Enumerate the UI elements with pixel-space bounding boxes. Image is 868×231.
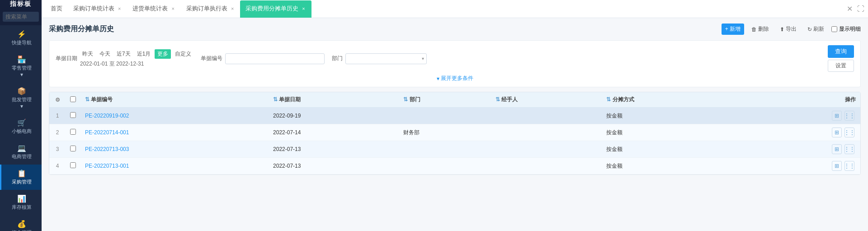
sidebar-search-input[interactable] [3,12,39,22]
date-btn-custom[interactable]: 自定义 [173,49,193,59]
sidebar-item-mini-shop[interactable]: 🛒 小畅电商 [0,114,42,139]
row-2-checkbox[interactable] [70,129,76,135]
retail-arrow: ▾ [20,71,23,78]
date-btn-yesterday[interactable]: 昨天 [80,49,95,59]
sidebar-item-purchase[interactable]: 📋 采购管理 [0,165,42,190]
th-bill-no-label: 单据编号 [91,96,113,103]
delete-label: 删除 [758,25,769,33]
show-cols-checkbox[interactable] [831,26,837,32]
td-bill-date-3: 2022-07-13 [269,141,399,158]
th-handler-label: 经手人 [501,96,518,103]
tab-purchase-expense-history-label: 采购费用分摊单历史 [245,5,298,13]
filter-area: 单据日期 昨天 今天 近7天 近1月 更多 自定义 2022-01-01 至 2… [49,40,861,87]
th-bill-date[interactable]: ⇅ 单据日期 [269,92,399,108]
chevron-down-icon: ▾ [437,75,439,82]
td-dept-1 [399,108,491,124]
td-settings-3: 3 [49,141,66,158]
th-bill-no[interactable]: ⇅ 单据编号 [80,92,269,108]
sidebar-item-inventory[interactable]: 📊 库存核算 [0,190,42,215]
refresh-button[interactable]: ↻ 刷新 [804,24,828,35]
more-btn-1[interactable]: ⋮⋮ [844,111,854,121]
dept-select[interactable]: 财务部 [345,53,427,64]
export-label: 导出 [786,25,797,33]
tab-purchase-expense-history[interactable]: 采购费用分摊单历史 × [240,0,311,18]
bill-no-input[interactable] [225,53,325,64]
date-quick-btns: 昨天 今天 近7天 近1月 更多 自定义 2022-01-01 至 2022-1… [80,49,193,68]
refresh-label: 刷新 [813,25,824,33]
td-handler-2 [491,124,602,141]
export-button[interactable]: ⬆ 导出 [776,24,800,35]
date-btn-1month[interactable]: 近1月 [135,49,153,59]
more-btn-2[interactable]: ⋮⋮ [844,127,854,137]
tab-purchase-order-exec-close[interactable]: × [230,6,235,11]
maximize-icon[interactable]: ⛶ [857,5,864,13]
more-btn-4[interactable]: ⋮⋮ [844,161,854,171]
th-settings[interactable]: ⚙ [49,92,66,108]
tab-purchase-order-stats-label: 采购订单统计表 [73,5,114,13]
sidebar-item-finance[interactable]: 💰 资金管理 [0,215,42,231]
bill-no-link-2[interactable]: PE-20220714-001 [85,129,129,136]
td-split-method-1: 按金额 [602,108,732,124]
close-all-icon[interactable]: ✕ [847,5,853,13]
tab-purchase-order-stats-close[interactable]: × [117,6,122,11]
wholesale-label: 批发管理 [1,96,42,103]
tab-stock-in-stats[interactable]: 进货单统计表 × [127,0,180,18]
view-btn-3[interactable]: ⊞ [832,144,842,154]
view-btn-2[interactable]: ⊞ [832,127,842,137]
finance-label: 资金管理 [1,229,42,231]
td-bill-date-2: 2022-07-14 [269,124,399,141]
row-4-checkbox[interactable] [70,162,76,168]
table-row: 1 PE-20220919-002 2022-09-19 按金额 ⊞ [49,108,860,124]
bill-no-link-3[interactable]: PE-20220713-003 [85,146,129,152]
sidebar-item-quick-nav[interactable]: ⚡ 快捷导航 [0,25,42,51]
settings-button[interactable]: 设置 [828,60,854,72]
date-btn-today[interactable]: 今天 [97,49,113,59]
date-filter: 单据日期 昨天 今天 近7天 近1月 更多 自定义 2022-01-01 至 2… [56,49,193,68]
select-all-checkbox[interactable] [70,96,76,102]
th-split-method[interactable]: ⇅ 分摊方式 [602,92,732,108]
view-btn-4[interactable]: ⊞ [832,161,842,171]
table-row: 2 PE-20220714-001 2022-07-14 财务部 按金额 ⊞ [49,124,860,141]
sidebar: 指标板 ⚡ 快捷导航 🏪 零售管理 ▾ 📦 批发管理 ▾ 🛒 小畅电商 💻 电商… [0,0,42,231]
tab-home[interactable]: 首页 [45,0,68,18]
toolbar: + 新增 🗑 删除 ⬆ 导出 ↻ 刷新 显示明细 [722,24,861,35]
delete-button[interactable]: 🗑 删除 [748,24,773,35]
bill-no-label: 单据编号 [201,55,222,62]
bill-no-link-1[interactable]: PE-20220919-002 [85,113,129,119]
expand-conditions-label: 展开更多条件 [441,75,473,82]
add-button[interactable]: + 新增 [722,24,744,35]
tab-stock-in-stats-close[interactable]: × [170,6,175,11]
td-handler-3 [491,141,602,158]
expand-conditions-btn[interactable]: ▾ 展开更多条件 [437,75,473,82]
more-btn-3[interactable]: ⋮⋮ [844,144,854,154]
finance-icon: 💰 [1,220,42,228]
quick-nav-icon: ⚡ [1,30,42,38]
tab-purchase-order-stats[interactable]: 采购订单统计表 × [68,0,127,18]
tab-purchase-expense-history-close[interactable]: × [301,6,306,11]
data-table: ⚙ ⇅ 单据编号 ⇅ 单据日期 ⇅ [49,92,860,174]
query-button[interactable]: 查询 [828,45,854,58]
show-cols-toggle[interactable]: 显示明细 [831,25,861,33]
mini-shop-label: 小畅电商 [1,128,42,135]
ecommerce-icon: 💻 [1,144,42,152]
show-cols-label: 显示明细 [839,25,861,33]
sidebar-item-wholesale[interactable]: 📦 批发管理 ▾ [0,82,42,114]
tab-purchase-order-exec[interactable]: 采购订单执行表 × [181,0,240,18]
view-btn-1[interactable]: ⊞ [832,111,842,121]
inventory-label: 库存核算 [1,204,42,211]
row-3-checkbox[interactable] [70,146,76,151]
th-handler[interactable]: ⇅ 经手人 [491,92,602,108]
date-btn-7days[interactable]: 近7天 [114,49,133,59]
bill-no-link-4[interactable]: PE-20220713-001 [85,163,129,169]
td-checkbox-3 [66,141,80,158]
th-dept[interactable]: ⇅ 部门 [399,92,491,108]
tab-actions: ✕ ⛶ [847,5,864,13]
date-btn-more[interactable]: 更多 [155,49,171,59]
export-icon: ⬆ [780,26,784,33]
td-settings-4: 4 [49,158,66,174]
td-bill-no-1: PE-20220919-002 [80,108,269,124]
row-1-checkbox[interactable] [70,112,76,118]
sidebar-item-retail[interactable]: 🏪 零售管理 ▾ [0,51,42,82]
retail-label: 零售管理 [1,65,42,71]
sidebar-item-ecommerce[interactable]: 💻 电商管理 [0,139,42,165]
